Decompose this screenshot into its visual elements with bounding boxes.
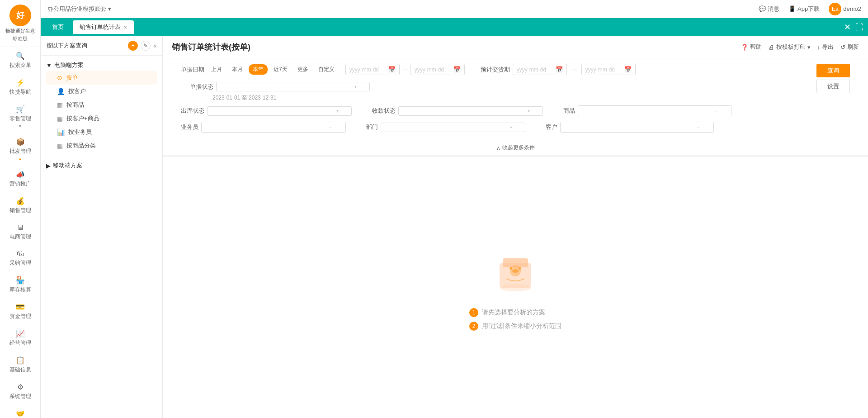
filter-area: 单据日期 上月 本月 本年 近7天 更多 自定义 [163,58,868,155]
refresh-icon: ↺ [840,44,845,51]
scheme-item-by-order[interactable]: ⊙ 按单 [46,71,157,85]
goods-filter: 商品 ··· [563,105,731,116]
scheme-item-by-customer[interactable]: 👤 按客户 [46,85,157,98]
customer-filter: 客户 ··· [546,122,714,133]
scheme-add-btn[interactable]: + [128,41,138,51]
sidebar-item-basic[interactable]: 📋 基础信息 [0,352,40,378]
tabbar: 首页 销售订单统计表 ✕ ✕ ⛶ [41,18,868,36]
scheme-item-by-goods[interactable]: ▦ 按商品 [46,98,157,112]
filter-row-2: 出库状态 ▾ 收款状态 ▾ [181,105,813,116]
group-label: 电脑端方案 [54,61,84,69]
date-filter: 单据日期 上月 本月 本年 近7天 更多 自定义 [181,64,339,75]
sidebar-item-wholesale-label: 批发管理 [9,147,31,155]
calendar-expected-from-icon: 📅 [556,66,563,73]
scheme-item-by-customer-goods[interactable]: ▦ 按客户+商品 [46,112,157,125]
scheme-group-mobile: ▶ 移动端方案 [41,156,162,175]
shortcut-last-7days[interactable]: 近7天 [269,64,292,75]
shortcut-this-month[interactable]: 本月 [228,64,247,75]
refresh-label: 刷新 [847,43,859,51]
tab-close-window-btn[interactable]: ✕ [844,22,851,32]
app-subtitle: 标准版 [13,35,28,42]
message-btn[interactable]: 💬 消息 [759,5,779,13]
salesperson-select[interactable]: ··· [201,122,346,133]
date-to-input[interactable]: yyyy-mm-dd 📅 [410,64,465,75]
empty-state: 1 请先选择要分析的方案 2 用[过滤]条件来缩小分析范围 [163,157,868,418]
sidebar-item-finance[interactable]: 💳 资金管理 [0,298,40,325]
sidebar-item-wholesale[interactable]: 📦 批发管理 ▲ [0,133,40,166]
tab-close-btn[interactable]: ✕ [123,25,127,30]
sidebar-item-sales[interactable]: 💰 销售管理 [0,192,40,219]
sidebar-item-system[interactable]: ⚙ 系统管理 [0,378,40,405]
tab-home[interactable]: 首页 [45,20,71,34]
query-button[interactable]: 查询 [816,64,850,77]
expected-date-dash: — [571,66,577,73]
sidebar-item-operation[interactable]: 📈 经营管理 [0,325,40,352]
export-btn[interactable]: ↓ 导出 [817,43,834,51]
avatar: Ea [829,3,841,15]
settings-button[interactable]: 设置 [816,80,850,93]
salesperson-icon: 📊 [57,128,65,136]
sidebar-item-inventory-label: 库存核算 [9,286,31,294]
sidebar-item-system-label: 系统管理 [9,393,31,400]
scheme-item-by-category[interactable]: ▦ 按商品分类 [46,139,157,152]
customer-more-icon[interactable]: ··· [696,124,701,130]
ship-status-select[interactable]: ▾ [207,106,352,116]
department-select[interactable]: ▾ [381,123,525,132]
shortcut-more[interactable]: 更多 [293,64,312,75]
shortcut-this-year[interactable]: 本年 [249,64,268,75]
date-dash: — [402,66,408,73]
payment-status-select[interactable]: ▾ [398,106,543,116]
finance-icon: 💳 [16,303,25,311]
goods-select[interactable]: ··· [578,105,731,116]
shortcut-last-month[interactable]: 上月 [207,64,226,75]
tab-sales-order[interactable]: 销售订单统计表 ✕ [73,20,134,34]
scheme-edit-btn[interactable]: ✎ [141,41,151,51]
sidebar-item-search-label: 搜索菜单 [9,62,31,69]
group-arrow-icon: ▼ [46,62,52,69]
sidebar-item-shortcuts-label: 快捷导航 [9,88,31,96]
tab-home-label: 首页 [52,23,64,31]
tab-expand-btn[interactable]: ⛶ [855,23,863,32]
sidebar-item-inventory[interactable]: 🏪 库存核算 [0,271,40,298]
expected-date-from-input[interactable]: yyyy-mm-dd 📅 [513,64,567,75]
sidebar-item-operation-label: 经营管理 [9,339,31,347]
sidebar-item-marketing[interactable]: 📣 营销推广 [0,166,40,192]
scheme-group-desktop-title[interactable]: ▼ 电脑端方案 [46,59,157,71]
sidebar-item-sales-label: 销售管理 [9,207,31,214]
sales-icon: 💰 [16,197,25,205]
sidebar-item-shortcuts[interactable]: ⚡ 快捷导航 [0,74,40,100]
scheme-item-by-salesperson[interactable]: 📊 按业务员 [46,125,157,139]
goods-more-icon[interactable]: ··· [714,108,718,114]
user-menu[interactable]: Ea demo2 [829,3,861,15]
sidebar-item-retail[interactable]: 🛒 零售管理 ▼ [0,100,40,133]
scheme-group-desktop: ▼ 电脑端方案 ⊙ 按单 👤 按客户 ▦ 按商品 ▦ 按客户+商品 [41,56,162,156]
order-status-select[interactable]: ▾ [216,82,370,91]
empty-hint-1: 1 请先选择要分析的方案 [469,308,561,317]
customer-select[interactable]: ··· [560,122,714,133]
sidebar-item-ecommerce[interactable]: 🖥 电商管理 [0,219,40,245]
date-from-input[interactable]: yyyy-mm-dd 📅 [345,64,400,75]
help-btn[interactable]: ❓ 帮助 [741,43,762,51]
group-mobile-arrow-icon: ▶ [46,162,51,169]
app-download-btn[interactable]: 📱 App下载 [788,5,820,13]
phone-icon: 📱 [788,5,796,12]
sidebar-item-search[interactable]: 🔍 搜索菜单 [0,47,40,74]
sidebar-item-purchase[interactable]: 🛍 采购管理 [0,245,40,271]
order-status-dropdown-arrow: ▾ [354,84,357,89]
sidebar-item-enterprise[interactable]: 🤝 企业协同 [0,405,40,418]
expected-date-to-input[interactable]: yyyy-mm-dd 📅 [581,64,636,75]
operation-icon: 📈 [16,329,25,338]
collapse-more-btn[interactable]: ∧ 收起更多条件 [172,140,859,155]
print-dropdown-icon: ▾ [807,44,811,51]
scheme-collapse-btn[interactable]: « [153,42,157,49]
shortcut-custom[interactable]: 自定义 [314,64,339,75]
customer-icon: 👤 [57,88,65,95]
collapse-icon: « [153,42,157,49]
print-btn[interactable]: 🖨 按模板打印 ▾ [769,43,811,51]
company-selector[interactable]: 办公用品行业模拟账套 ▾ [47,5,111,13]
hint-1-num: 1 [469,308,478,317]
refresh-btn[interactable]: ↺ 刷新 [840,43,859,51]
filter-row-3: 业务员 ··· 部门 ▾ [181,122,813,133]
scheme-group-mobile-title[interactable]: ▶ 移动端方案 [46,160,157,171]
salesperson-more-icon[interactable]: ··· [328,124,333,130]
